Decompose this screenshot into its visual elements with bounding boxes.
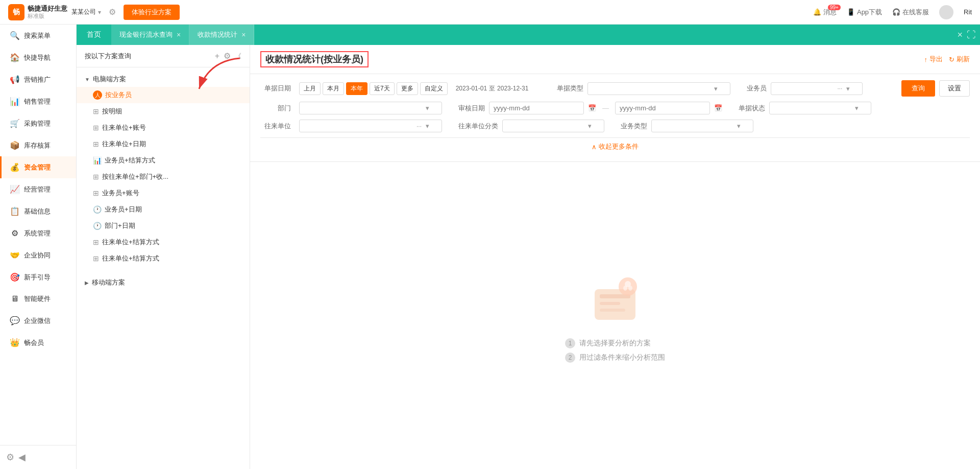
partner-category-select[interactable]: ▾: [502, 120, 604, 132]
step-num-2: 2: [565, 353, 575, 363]
online-service-button[interactable]: 🎧 在线客服: [892, 8, 929, 17]
tab-bar-right: × ⛶: [957, 30, 980, 40]
tab-close-collections[interactable]: ×: [241, 31, 246, 39]
sidebar-item-sales[interactable]: 📊 销售管理: [0, 90, 76, 112]
sidebar-item-inventory[interactable]: 📦 库存核算: [0, 134, 76, 156]
scheme-partner-settlement2[interactable]: ⊞ 往来单位+结算方式: [77, 250, 250, 267]
sidebar-item-member[interactable]: 👑 畅会员: [0, 332, 76, 354]
scheme-by-salesperson[interactable]: 人 按业务员: [77, 87, 250, 103]
sidebar-item-enterprise[interactable]: 🤝 企业协同: [0, 244, 76, 266]
scheme-salesperson-date[interactable]: 🕐 业务员+日期: [77, 201, 250, 218]
query-button[interactable]: 查询: [901, 80, 935, 97]
voucher-type-select[interactable]: ▾: [587, 82, 730, 95]
trial-button[interactable]: 体验行业方案: [124, 5, 180, 20]
scheme-salesperson-account[interactable]: ⊞ 业务员+账号: [77, 185, 250, 201]
date-btn-7days[interactable]: 近7天: [370, 82, 395, 95]
sidebar-label-weixin: 企业微信: [24, 316, 51, 325]
mobile-group-header[interactable]: ▶ 移动端方案: [77, 275, 250, 290]
collapse-more-button[interactable]: ∧ 收起更多条件: [260, 137, 970, 155]
logo-icon: 畅: [8, 4, 24, 20]
sidebar-item-search[interactable]: 🔍 搜索菜单: [0, 25, 76, 46]
content-area: 首页 现金银行流水查询 × 收款情况统计 × × ⛶ 按以下方案查询: [77, 25, 980, 469]
sidebar-label-quicknav: 快捷导航: [24, 53, 51, 62]
scheme-icon-partner-settle2: ⊞: [93, 254, 99, 263]
scheme-label-partner-settle2: 往来单位+结算方式: [102, 254, 159, 263]
biz-type-arrow: ▾: [737, 122, 741, 130]
sidebar-item-finance[interactable]: 💰 资金管理: [0, 156, 76, 178]
tab-home[interactable]: 首页: [77, 25, 111, 45]
scheme-icon-dept-date: 🕐: [93, 222, 102, 230]
scheme-settings-button[interactable]: ⚙: [224, 51, 231, 61]
scheme-partner-date[interactable]: ⊞ 往来单位+日期: [77, 136, 250, 152]
scheme-by-detail[interactable]: ⊞ 按明细: [77, 103, 250, 120]
scheme-icon-sales-account: ⊞: [93, 189, 99, 197]
desktop-group-header[interactable]: ▼ 电脑端方案: [77, 72, 250, 87]
salesperson-filter: 业务员 ··· ▾: [747, 82, 863, 95]
home-icon: 🏠: [10, 53, 20, 62]
dept-select[interactable]: ▾: [299, 102, 442, 114]
sidebar-item-marketing[interactable]: 📢 营销推广: [0, 68, 76, 90]
avatar[interactable]: [939, 5, 953, 19]
sidebar: 🔍 搜索菜单 🏠 快捷导航 📢 营销推广 📊 销售管理 🛒 采购管理 📦 库存核…: [0, 25, 77, 469]
date-btn-this-month[interactable]: 本月: [323, 82, 344, 95]
sidebar-item-system[interactable]: ⚙ 系统管理: [0, 222, 76, 244]
top-header: 畅 畅捷通好生意 标准版 某某公司 ▾ ⚙ 体验行业方案 🔔 消息 99+ 📱 …: [0, 0, 980, 25]
sidebar-item-hardware[interactable]: 🖥 智能硬件: [0, 288, 76, 310]
calendar-icon[interactable]: 📅: [714, 104, 722, 112]
add-scheme-button[interactable]: +: [215, 52, 219, 61]
sidebar-item-guide[interactable]: 🎯 新手引导: [0, 266, 76, 288]
doc-status-select[interactable]: ▾: [769, 102, 871, 114]
refresh-button[interactable]: ↻ 刷新: [949, 55, 970, 64]
tab-bank-flow[interactable]: 现金银行流水查询 ×: [111, 25, 189, 45]
tab-bar: 首页 现金银行流水查询 × 收款情况统计 × × ⛶: [77, 25, 980, 45]
partner-select[interactable]: ··· ▾: [299, 120, 442, 132]
date-btn-more[interactable]: 更多: [397, 82, 418, 95]
date-btn-last-month[interactable]: 上月: [299, 82, 321, 95]
dept-arrow: ▾: [426, 104, 429, 112]
doc-status-filter: 单据状态 ▾: [739, 102, 871, 114]
biz-type-select[interactable]: ▾: [651, 120, 753, 132]
right-panel: 收款情况统计(按业务员) ↑ 导出 ↻ 刷新: [250, 45, 980, 469]
empty-state: 1 请先选择要分析的方案 2 用过滤条件来缩小分析范围: [250, 162, 980, 469]
voucher-type-arrow: ▾: [714, 85, 718, 92]
filter-area: 单据日期 上月 本月 本年 近7天 更多 自定义 2023-01-01 至: [250, 74, 980, 162]
sidebar-item-purchase[interactable]: 🛒 采购管理: [0, 112, 76, 134]
sidebar-collapse-button[interactable]: ◀: [18, 452, 26, 463]
tab-maximize-button[interactable]: ⛶: [967, 30, 976, 40]
date-btn-custom[interactable]: 自定义: [420, 82, 448, 95]
tab-window-close-button[interactable]: ×: [957, 30, 963, 40]
sidebar-bottom: ⚙ ◀: [0, 445, 76, 469]
collapse-panel-button[interactable]: 《: [235, 52, 241, 61]
scheme-salesperson-settlement[interactable]: 📊 业务员+结算方式: [77, 152, 250, 169]
left-panel: 按以下方案查询 + ⚙ 《: [77, 45, 250, 469]
breadcrumb: 某某公司 ▾: [71, 8, 101, 16]
scheme-icon-partner-date: ⊞: [93, 140, 99, 148]
sidebar-settings-button[interactable]: ⚙: [6, 452, 14, 463]
scheme-partner-dept[interactable]: ⊞ 按往来单位+部门+收...: [77, 169, 250, 185]
logo-area: 畅 畅捷通好生意 标准版: [8, 4, 67, 20]
date-btn-this-year[interactable]: 本年: [346, 82, 368, 95]
sidebar-item-weixin[interactable]: 💬 企业微信: [0, 310, 76, 332]
sidebar-label-enterprise: 企业协同: [24, 251, 51, 260]
scheme-dept-date[interactable]: 🕐 部门+日期: [77, 218, 250, 234]
notification-button[interactable]: 🔔 消息 99+: [813, 8, 837, 17]
sidebar-item-operations[interactable]: 📈 经营管理: [0, 178, 76, 200]
review-date-start[interactable]: [489, 102, 584, 114]
export-button[interactable]: ↑ 导出: [924, 55, 943, 64]
sidebar-item-basic-info[interactable]: 📋 基础信息: [0, 200, 76, 222]
settings-gear-button[interactable]: ⚙: [105, 5, 119, 19]
sidebar-item-quicknav[interactable]: 🏠 快捷导航: [0, 46, 76, 68]
scheme-partner-account[interactable]: ⊞ 往来单位+账号: [77, 120, 250, 136]
tab-collections[interactable]: 收款情况统计 ×: [189, 25, 254, 45]
salesperson-select[interactable]: ··· ▾: [771, 82, 863, 95]
review-date-end[interactable]: [615, 102, 710, 114]
app-download-button[interactable]: 📱 App下载: [847, 8, 882, 17]
app-name: 畅捷通好生意: [28, 5, 67, 13]
basic-info-icon: 📋: [10, 206, 20, 216]
tab-close-bank-flow[interactable]: ×: [177, 31, 181, 39]
scheme-partner-settlement1[interactable]: ⊞ 往来单位+结算方式: [77, 234, 250, 250]
scheme-label-sales-settle: 业务员+结算方式: [105, 156, 155, 165]
voucher-type-filter: 单据类型 ▾: [557, 82, 730, 95]
scheme-icon-detail: ⊞: [93, 107, 99, 115]
settings-button[interactable]: 设置: [939, 80, 970, 97]
